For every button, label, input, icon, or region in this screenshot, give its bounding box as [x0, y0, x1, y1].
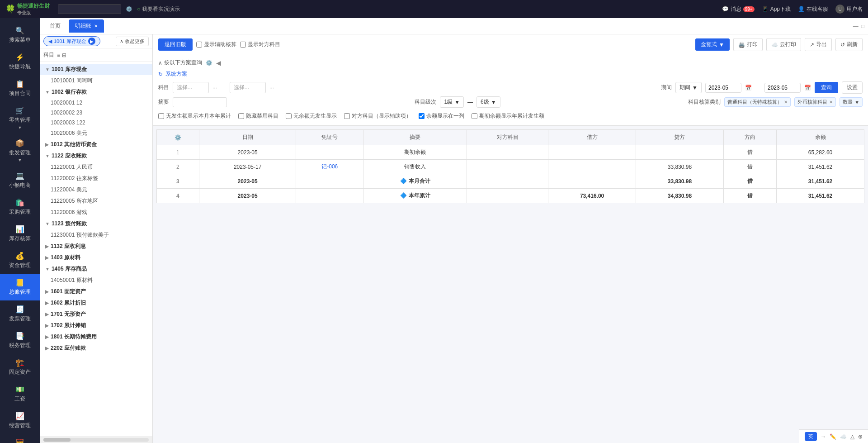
cb-balance-col-input[interactable]	[419, 113, 425, 119]
tree-item-1012[interactable]: ▶ 1012 其他货币资金	[40, 139, 152, 150]
tree-item-1123[interactable]: ▼ 1123 预付账款	[40, 218, 152, 229]
user-avatar[interactable]: U 用户名	[835, 5, 863, 14]
filter-settings-icon[interactable]: ⚙️	[206, 60, 212, 66]
format-btn[interactable]: 金额式 ▼	[695, 38, 730, 51]
filter-settings-btn[interactable]: 设置	[842, 81, 863, 94]
sidebar-item-search[interactable]: 🔍 搜索菜单	[0, 22, 40, 48]
demo-link[interactable]: ○ 我要看实况演示	[137, 5, 180, 13]
tree-item-11220006[interactable]: 11220006 游戏	[40, 207, 152, 218]
print-btn[interactable]: 🖨️ 打印	[733, 38, 763, 51]
tree-item-11220004[interactable]: 11220004 美元	[40, 184, 152, 195]
cb-no-amount-input[interactable]	[286, 113, 292, 119]
sidebar-item-expense[interactable]: 🧮 小畅报销	[0, 434, 40, 443]
tab-maximize-icon[interactable]: □	[861, 23, 864, 29]
tree-item-10020003[interactable]: 10020003 122	[40, 118, 152, 128]
tab-home[interactable]: 首页	[43, 19, 67, 33]
show-aux-checkbox[interactable]: 显示辅助核算	[196, 41, 236, 48]
subject-end-input[interactable]: 选择...	[230, 82, 266, 93]
tree-item-1132[interactable]: ▶ 1132 应收利息	[40, 241, 152, 252]
tree-expand-all-btn[interactable]: ≡	[57, 52, 60, 58]
tree-item-11220002[interactable]: 11220002 往来标签	[40, 173, 152, 184]
tab-close-icon[interactable]: ✕	[94, 24, 98, 29]
level-end-select[interactable]: 6级 ▼	[476, 96, 500, 108]
sidebar-item-project[interactable]: 📋 项目合同	[0, 75, 40, 102]
tree-item-11220001[interactable]: 11220001 人民币	[40, 162, 152, 173]
sidebar-item-wholesale[interactable]: 📦 批发管理 ▼	[0, 134, 40, 167]
th-settings[interactable]: ⚙️	[157, 130, 199, 145]
tree-item-10020002[interactable]: 10020002 23	[40, 108, 152, 118]
app-download-btn[interactable]: 📱 App下载	[762, 5, 791, 13]
tree-item-1701[interactable]: ▶ 1701 无形资产	[40, 309, 152, 320]
tree-item-2202[interactable]: ▶ 2202 应付账款	[40, 343, 152, 354]
sidebar-item-purchase[interactable]: 🛍️ 采购管理	[0, 194, 40, 220]
tree-item-1001[interactable]: ▼ 1001 库存现金	[40, 64, 152, 75]
table-settings-icon[interactable]: ⚙️	[175, 134, 181, 141]
sidebar-item-management[interactable]: 📈 经营管理	[0, 407, 40, 434]
cloud-icon[interactable]: ☁️	[840, 433, 847, 440]
tree-item-1801[interactable]: ▶ 1801 长期待摊费用	[40, 331, 152, 343]
tree-item-10010001[interactable]: 10010001 同呵呵	[40, 75, 152, 86]
tree-hscroll[interactable]	[40, 436, 152, 443]
period-end-input[interactable]	[764, 83, 801, 93]
online-service-btn[interactable]: 👤 在线客服	[798, 5, 828, 13]
calendar-end-icon[interactable]: 📅	[804, 85, 811, 91]
tree-item-1702[interactable]: ▶ 1702 累计摊销	[40, 320, 152, 331]
tree-item-1403[interactable]: ▶ 1403 原材料	[40, 252, 152, 263]
expand-account-btn[interactable]: ▶	[88, 38, 95, 45]
tree-collapse-all-btn[interactable]: ⊟	[62, 52, 66, 58]
filter-tag-normal-close[interactable]: ✕	[784, 100, 788, 105]
subject-start-input[interactable]: 选择...	[173, 82, 209, 93]
message-btn[interactable]: 💬 消息 99+	[722, 5, 755, 13]
selected-account-badge[interactable]: ◀ 1001 库存现金 ▶	[43, 36, 100, 46]
query-btn[interactable]: 查询	[815, 82, 838, 93]
tree-item-14050001[interactable]: 14050001 原材料	[40, 275, 152, 286]
sidebar-item-retail[interactable]: 🛒 零售管理 ▼	[0, 102, 40, 134]
tab-detail[interactable]: 明细账 ✕	[69, 19, 104, 33]
return-old-btn[interactable]: 退回旧版	[158, 38, 193, 51]
filter-tag-foreign-close[interactable]: ✕	[829, 100, 833, 105]
tree-item-11220005[interactable]: 11220005 所在地区	[40, 195, 152, 207]
tree-item-1601[interactable]: ▶ 1601 固定资产	[40, 286, 152, 297]
cb-contra[interactable]: 对方科目（显示辅助项）	[344, 112, 411, 120]
tree-item-10020001[interactable]: 10020001 12	[40, 98, 152, 108]
show-contra-checkbox[interactable]: 显示对方科目	[240, 41, 280, 48]
sidebar-item-ecommerce[interactable]: 💻 小畅电商	[0, 167, 40, 194]
cb-no-amount[interactable]: 无余额无发生显示	[286, 112, 337, 120]
lang-btn[interactable]: 英	[805, 432, 817, 441]
settings-icon[interactable]: ⚙️	[126, 6, 132, 12]
level-start-select[interactable]: 1级 ▼	[440, 96, 464, 108]
show-aux-input[interactable]	[196, 42, 202, 48]
collapse-query-btn[interactable]: ∧ 按以下方案查询	[158, 59, 202, 67]
tab-minimize-icon[interactable]: —	[853, 23, 859, 29]
cb-balance-col[interactable]: 余额显示在一列	[419, 112, 464, 120]
summary-input[interactable]	[173, 97, 227, 107]
edit-icon[interactable]: ✏️	[830, 433, 836, 440]
tree-item-1002[interactable]: ▼ 1002 银行存款	[40, 86, 152, 98]
period-type-select[interactable]: 期间 ▼	[675, 82, 702, 93]
cb-contra-input[interactable]	[344, 113, 350, 119]
tree-item-1405[interactable]: ▼ 1405 库存商品	[40, 263, 152, 275]
row-voucher[interactable]: 记-006	[296, 160, 363, 174]
cb-no-balance[interactable]: 无发生额显示本月本年累计	[158, 112, 231, 120]
sidebar-item-ledger[interactable]: 📒 总账管理	[0, 274, 40, 300]
calendar-start-icon[interactable]: 📅	[745, 85, 752, 91]
sidebar-item-payroll[interactable]: 💵 工资	[0, 381, 40, 407]
tree-item-10020006[interactable]: 10020006 美元	[40, 128, 152, 139]
tree-scroll-thumb[interactable]	[43, 438, 71, 442]
more-btn[interactable]: ∧ 收起更多	[116, 37, 149, 46]
cb-init-balance-input[interactable]	[472, 113, 477, 119]
cb-init-balance[interactable]: 期初余额显示年累计发生额	[472, 112, 544, 120]
sidebar-item-invoice[interactable]: 🧾 发票管理	[0, 300, 40, 327]
tree-item-1602[interactable]: ▶ 1602 累计折旧	[40, 297, 152, 309]
show-contra-input[interactable]	[240, 42, 246, 48]
export-btn[interactable]: ↗ 导出	[805, 38, 832, 51]
sidebar-item-funds[interactable]: 💰 资金管理	[0, 247, 40, 274]
refresh-btn[interactable]: ↺ 刷新	[835, 38, 863, 51]
tree-item-1122[interactable]: ▼ 1122 应收账款	[40, 150, 152, 162]
cb-no-balance-input[interactable]	[158, 113, 164, 119]
cb-hide-disabled-input[interactable]	[238, 113, 244, 119]
sidebar-item-fixed-assets[interactable]: 🏗️ 固定资产	[0, 354, 40, 381]
cloud-print-btn[interactable]: ☁️ 云打印	[766, 38, 801, 51]
upload-icon[interactable]: △	[850, 433, 854, 440]
sidebar-item-quicknav[interactable]: ⚡ 快捷导航	[0, 48, 40, 75]
